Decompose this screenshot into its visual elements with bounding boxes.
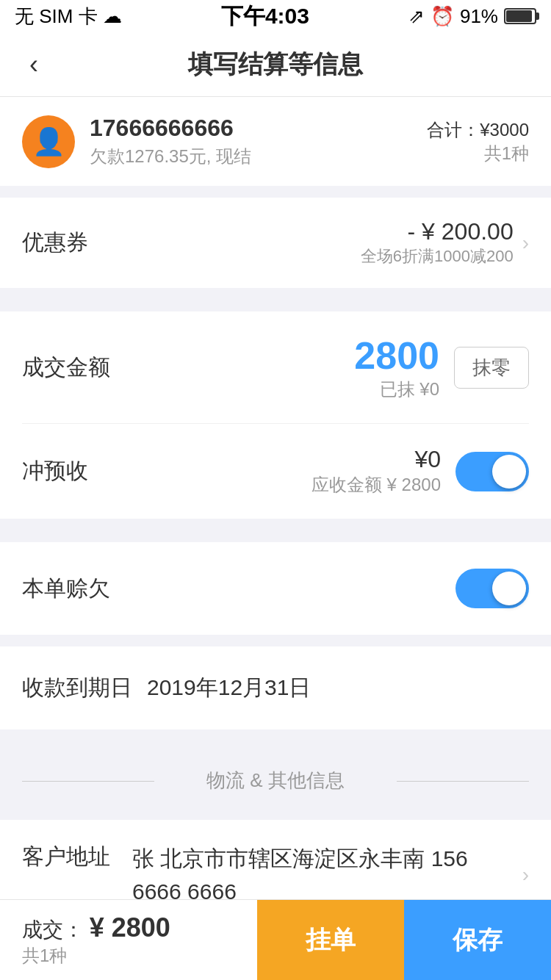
battery-label: 91% [460,5,498,28]
round-button[interactable]: 抹零 [454,347,529,389]
content: 👤 17666666666 欠款1276.35元, 现结 合计：¥3000 共1… [0,97,551,980]
customer-section: 👤 17666666666 欠款1276.35元, 现结 合计：¥3000 共1… [0,97,551,186]
status-left: 无 SIM 卡 ☁ [15,4,122,29]
amount-value: 2800 [354,334,439,378]
chong-toggle[interactable] [455,452,529,491]
duedate-section: 收款到期日 2019年12月31日 [0,646,551,729]
coupon-row[interactable]: 优惠券 - ¥ 200.00 全场6折满1000减200 › [0,198,551,288]
amount-section: 成交金额 2800 已抹 ¥0 抹零 冲预收 ¥0 应收金额 ¥ 2800 [0,311,551,519]
avatar: 👤 [22,115,75,168]
chong-amount: ¥0 [311,446,441,473]
avatar-icon: 👤 [32,126,65,157]
toggle-knob [492,455,526,489]
separator-4 [0,808,551,820]
separator-2 [0,530,551,542]
amount-right: 2800 已抹 ¥0 抹零 [354,334,529,401]
battery-icon [504,8,536,24]
customer-phone: 17666666666 [90,115,251,142]
bendan-toggle[interactable] [455,569,529,608]
customer-info: 17666666666 欠款1276.35元, 现结 [90,115,251,168]
status-time: 下午4:03 [221,1,309,32]
customer-left: 👤 17666666666 欠款1276.35元, 现结 [22,115,251,168]
separator-1 [0,300,551,311]
back-button[interactable]: ‹ [22,42,46,87]
chong-row: 冲预收 ¥0 应收金额 ¥ 2800 [22,424,529,519]
total-count: 共1种 [427,142,529,165]
chong-label: 冲预收 [22,456,88,486]
bottom-bar: 成交： ¥ 2800 共1种 挂单 保存 [0,899,551,980]
page-title: 填写结算等信息 [188,48,363,82]
sim-wifi-label: 无 SIM 卡 ☁ [15,4,122,29]
chong-sub: 应收金额 ¥ 2800 [311,473,441,497]
separator-3 [0,741,551,753]
duedate-row: 收款到期日 2019年12月31日 [22,646,529,729]
address-chevron-icon: › [522,863,529,887]
chong-right: ¥0 应收金额 ¥ 2800 [311,446,529,497]
amount-sub: 已抹 ¥0 [354,378,439,401]
coupon-chevron-icon: › [522,231,529,255]
bottom-deal-row: 成交： ¥ 2800 [22,912,235,944]
save-button[interactable]: 保存 [404,900,551,980]
total-label: 合计：¥3000 [427,118,529,142]
bottom-deal-label: 成交： [22,918,84,941]
location-icon: ⇗ [408,5,425,28]
alarm-icon: ⏰ [431,5,454,28]
logistics-divider: 物流 & 其他信息 [0,753,551,808]
address-content: 张 北京市市辖区海淀区永丰南 156 6666 6666 [132,842,522,908]
coupon-label: 优惠券 [22,228,88,258]
address-label: 客户地址 [22,842,110,872]
status-right: ⇗ ⏰ 91% [408,5,536,28]
bendan-section: 本单赊欠 [0,542,551,635]
nav-bar: ‹ 填写结算等信息 [0,32,551,97]
amount-row: 成交金额 2800 已抹 ¥0 抹零 [22,311,529,424]
duedate-label: 收款到期日 [22,673,132,703]
logistics-text: 物流 & 其他信息 [206,769,345,791]
duedate-value: 2019年12月31日 [147,673,311,703]
hang-button[interactable]: 挂单 [257,900,404,980]
coupon-right: - ¥ 200.00 全场6折满1000减200 › [361,218,529,267]
bendan-toggle-knob [492,572,526,605]
bendan-label: 本单赊欠 [22,574,110,604]
coupon-desc: 全场6折满1000减200 [361,245,514,267]
bottom-info: 成交： ¥ 2800 共1种 [0,912,257,968]
customer-sub: 欠款1276.35元, 现结 [90,145,251,168]
customer-right: 合计：¥3000 共1种 [427,118,529,165]
bottom-count: 共1种 [22,944,235,968]
bottom-deal-amount: ¥ 2800 [90,912,170,943]
coupon-discount: - ¥ 200.00 [361,218,514,245]
status-bar: 无 SIM 卡 ☁ 下午4:03 ⇗ ⏰ 91% [0,0,551,32]
customer-row: 👤 17666666666 欠款1276.35元, 现结 合计：¥3000 共1… [0,97,551,186]
bendan-row: 本单赊欠 [22,542,529,635]
amount-label: 成交金额 [22,353,110,383]
